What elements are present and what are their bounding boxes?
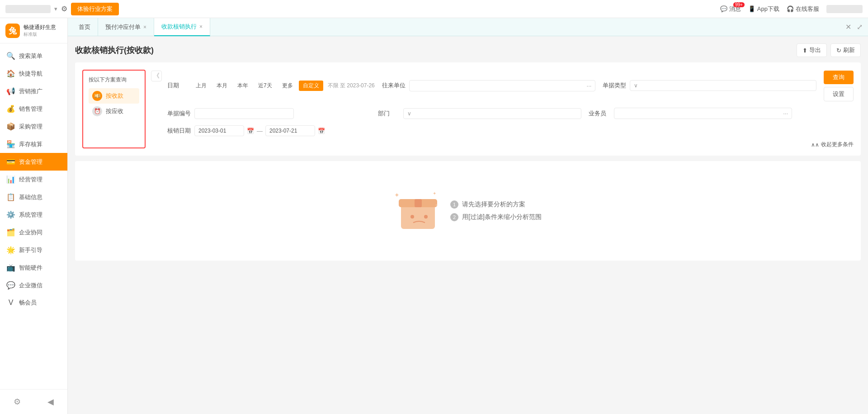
collapse-more-button[interactable]: ∧∧ 收起更多条件 [167,141,854,148]
industry-solution-button[interactable]: 体验行业方案 [71,3,119,15]
dept-field: 部门 ∨ [378,108,581,119]
nav-icon-shortcut: 🏠 [6,69,15,78]
calendar-from-icon[interactable]: 📅 [247,128,254,134]
export-button[interactable]: ⬆ 导出 [797,43,827,57]
verify-date-range: 📅 — 📅 [194,125,325,136]
settings-button[interactable]: 设置 [824,87,854,101]
nav-label-basics: 基础信息 [19,193,42,201]
svg-text:✦: ✦ [394,191,400,199]
doc-type-field: 单据类型 ∨ [603,80,816,91]
message-button[interactable]: 💬 消息 99+ [720,5,741,13]
sidebar-item-sales[interactable]: 💰销售管理 [0,100,67,118]
close-tab-icon[interactable]: ✕ [844,21,853,33]
sidebar-item-marketing[interactable]: 📢营销推广 [0,82,67,100]
date-btn-this-month[interactable]: 本月 [212,81,231,91]
settings-gear-icon[interactable]: ⚙ [61,5,67,13]
date-btn-7days[interactable]: 近7天 [254,81,276,91]
tab-close-icon[interactable]: × [199,24,203,30]
nav-icon-guide: 🌟 [6,246,15,254]
party-selector[interactable]: ··· [409,80,596,91]
tab-label: 收款核销执行 [161,23,197,31]
svg-rect-0 [401,204,435,229]
nav-icon-hardware: 📺 [6,263,15,272]
dept-label: 部门 [378,109,400,118]
sidebar-item-member[interactable]: V畅会员 [0,294,67,311]
tab-预付冲应付单[interactable]: 预付冲应付单× [98,18,154,36]
doc-no-input[interactable] [194,108,294,119]
sidebar-settings-icon[interactable]: ⚙ [10,393,24,410]
sidebar-item-wechat[interactable]: 💬企业微信 [0,276,67,294]
date-label: 日期 [167,81,189,90]
nav-label-sales: 销售管理 [19,105,42,113]
date-btn-last-month[interactable]: 上月 [192,81,211,91]
sidebar-item-system[interactable]: ⚙️系统管理 [0,206,67,224]
party-field: 往来单位 ··· [382,80,596,91]
filter-area: 按以下方案查询 💴 按收款 ⏰ 按应收 《 [75,62,861,156]
verify-date-field: 核销日期 📅 — 📅 [167,125,854,136]
filter-option-by-receipt[interactable]: 💴 按收款 [89,88,139,104]
sidebar-bottom: ⚙ ◀ [0,389,67,414]
app-name-placeholder [5,5,51,13]
tab-bar-actions: ✕ ⤢ [844,21,864,33]
doc-type-selector[interactable]: ∨ [630,80,816,91]
sidebar-item-capital[interactable]: 💳资金管理 [0,153,67,171]
date-separator: — [257,128,263,134]
sidebar-item-purchase[interactable]: 📦采购管理 [0,118,67,135]
sidebar: 兔 畅捷通好生意 标准版 🔍搜索菜单🏠快捷导航📢营销推广💰销售管理📦采购管理🏪库… [0,18,68,414]
filter-option-receivable-label: 按应收 [106,107,123,115]
logo-area: 兔 畅捷通好生意 标准版 [0,18,67,43]
nav-label-hardware: 智能硬件 [19,264,42,272]
calendar-to-icon[interactable]: 📅 [318,128,325,134]
svg-point-4 [424,215,428,219]
nav-icon-marketing: 📢 [6,87,15,95]
filter-option-by-receivable[interactable]: ⏰ 按应收 [89,104,139,119]
sidebar-item-inventory[interactable]: 🏪库存核算 [0,135,67,153]
sidebar-item-shortcut[interactable]: 🏠快捷导航 [0,65,67,82]
refresh-icon: ↻ [836,47,841,54]
nav-label-purchase: 采购管理 [19,123,42,131]
filter-scheme-title: 按以下方案查询 [89,76,139,84]
user-avatar[interactable] [826,5,863,13]
tab-close-icon[interactable]: × [143,24,146,30]
nav-icon-system: ⚙️ [6,210,15,219]
party-label: 往来单位 [382,81,406,90]
date-btn-more[interactable]: 更多 [278,81,297,91]
nav-label-system: 系统管理 [19,211,42,219]
filter-form: 日期 上月 本月 本年 近7天 更多 自定义 不限 至 2023-07-26 [167,70,854,148]
sidebar-item-enterprise[interactable]: 🗂️企业协同 [0,224,67,241]
nav-icon-basics: 📋 [6,193,15,201]
sidebar-item-search[interactable]: 🔍搜索菜单 [0,47,67,65]
svg-point-3 [410,215,414,219]
date-field: 日期 上月 本月 本年 近7天 更多 自定义 不限 至 2023-07-26 [167,81,375,91]
dept-selector[interactable]: ∨ [403,108,581,119]
dept-arrow-icon: ∨ [407,110,411,117]
logo-icon: 兔 [5,24,20,38]
tab-首页[interactable]: 首页 [71,18,98,36]
salesperson-label: 业务员 [589,109,610,118]
party-selector-dots[interactable]: ··· [587,82,592,89]
date-btn-custom[interactable]: 自定义 [299,81,323,91]
dropdown-arrow-icon[interactable]: ▾ [54,5,57,12]
query-button[interactable]: 查询 [824,71,854,84]
nav-label-shortcut: 快捷导航 [19,70,42,78]
salesperson-dots[interactable]: ··· [783,110,788,117]
sidebar-item-management[interactable]: 📊经营管理 [0,171,67,188]
salesperson-selector[interactable]: ··· [614,108,792,119]
tab-收款核销执行[interactable]: 收款核销执行× [154,18,210,36]
sidebar-collapse-icon[interactable]: ◀ [44,393,57,410]
sidebar-item-basics[interactable]: 📋基础信息 [0,188,67,206]
app-download-button[interactable]: 📱 App下载 [748,5,779,13]
sidebar-item-guide[interactable]: 🌟新手引导 [0,241,67,259]
export-icon: ⬆ [802,47,807,54]
online-service-button[interactable]: 🎧 在线客服 [787,5,819,13]
date-btn-this-year[interactable]: 本年 [233,81,252,91]
nav-label-capital: 资金管理 [19,158,42,166]
verify-date-to-input[interactable] [265,125,315,136]
filter-collapse-left-button[interactable]: 《 [151,71,162,81]
refresh-button[interactable]: ↻ 刷新 [830,43,861,57]
filter-row-3: 核销日期 📅 — 📅 [167,125,854,136]
verify-date-from-input[interactable] [194,125,244,136]
expand-tab-icon[interactable]: ⤢ [855,21,864,33]
receivable-icon: ⏰ [92,106,102,116]
sidebar-item-hardware[interactable]: 📺智能硬件 [0,259,67,276]
